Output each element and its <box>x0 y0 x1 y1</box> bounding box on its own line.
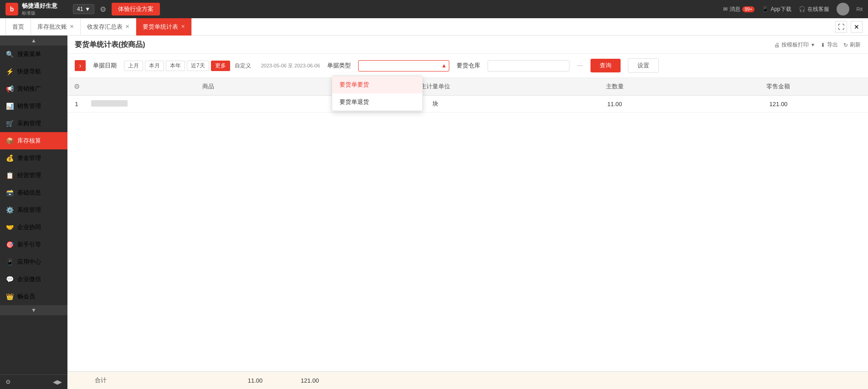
sidebar-item-inventory[interactable]: 📦 库存核算 <box>0 132 67 149</box>
tab-order-summary-close[interactable]: ✕ <box>181 24 185 30</box>
print-btn[interactable]: 🖨 按模板打印 ▼ <box>774 41 815 49</box>
query-button[interactable]: 查询 <box>591 59 621 72</box>
filter-expand-btn[interactable]: › <box>75 60 86 71</box>
online-service-label: 在线客服 <box>807 5 829 13</box>
sidebar-item-operations[interactable]: 📋 经营管理 <box>0 167 67 184</box>
sidebar-label-app-center: 应用中心 <box>17 258 41 266</box>
sidebar-icon-inventory: 📦 <box>5 137 14 145</box>
date-more-btn[interactable]: 更多 <box>211 61 230 71</box>
th-settings: ⚙ <box>67 78 86 96</box>
tab-receipts-summary-label: 收发存汇总表 <box>87 23 123 31</box>
message-badge: 99+ <box>742 6 755 12</box>
date-range-display: 2023-05-06 至 2023-06-06 <box>261 62 320 69</box>
dropdown-item-order-return[interactable]: 要货单退货 <box>332 93 422 111</box>
sidebar-item-enterprise-collab[interactable]: 🤝 企业协同 <box>0 219 67 236</box>
sidebar-label-enterprise-collab: 企业协同 <box>17 223 41 231</box>
chevron-down-icon: ▼ <box>811 42 815 47</box>
date-this-year-btn[interactable]: 本年 <box>166 61 185 71</box>
sidebar-label-purchase: 采购管理 <box>17 119 41 128</box>
sidebar-bottom: ⚙ ◀▶ <box>0 374 67 389</box>
sidebar-item-finance[interactable]: 💰 资金管理 <box>0 149 67 167</box>
sidebar-label-finance: 资金管理 <box>17 154 41 162</box>
online-service-btn[interactable]: 🎧 在线客服 <box>799 5 829 13</box>
sidebar-icon-app-center: 📱 <box>5 258 14 266</box>
sidebar-item-app-center[interactable]: 📱 应用中心 <box>0 253 67 271</box>
th-product: 商品 <box>86 78 331 96</box>
sidebar-scroll-down[interactable]: ▼ <box>0 305 67 315</box>
tab-receipts-summary-close[interactable]: ✕ <box>125 24 129 30</box>
logo-sub: 标准版 <box>22 10 57 16</box>
tab-order-summary-label: 要货单统计表 <box>143 23 178 31</box>
sidebar-label-basic-info: 基础信息 <box>17 189 41 197</box>
sidebar-icon-search: 🔍 <box>5 50 14 58</box>
product-name-blurred <box>91 100 128 107</box>
tab-receipts-summary[interactable]: 收发存汇总表 ✕ <box>81 18 136 36</box>
date-this-month-btn[interactable]: 本月 <box>145 61 164 71</box>
header-right: ✉ 消息 99+ 📱 App下载 🎧 在线客服 Rit <box>723 3 863 15</box>
sidebar-icon-marketing: 📢 <box>5 85 14 93</box>
cell-quantity: 11.00 <box>540 96 689 113</box>
table-body: 1 块 11.00 121.00 <box>67 96 868 113</box>
type-label: 单据类型 <box>327 61 351 70</box>
dropdown-item-order-request[interactable]: 要货单要货 <box>332 76 422 93</box>
sidebar-item-sales[interactable]: 📊 销售管理 <box>0 97 67 115</box>
message-btn[interactable]: ✉ 消息 99+ <box>723 5 755 13</box>
cell-index: 1 <box>67 96 86 113</box>
tab-inventory-batch-close[interactable]: ✕ <box>70 24 74 30</box>
date-last-month-btn[interactable]: 上月 <box>124 61 143 71</box>
table-settings-icon[interactable]: ⚙ <box>74 82 80 90</box>
main-layout: ▲ 🔍 搜索菜单 ⚡ 快捷导航 📢 营销推广 📊 销售管理 🛒 采购管理 📦 库… <box>0 36 868 389</box>
export-label: 导出 <box>827 41 838 49</box>
company-value: 41 <box>77 6 83 12</box>
sidebar-label-member: 畅会员 <box>17 292 35 301</box>
chevron-down-icon: ▼ <box>85 6 90 12</box>
sidebar-item-enterprise-wechat[interactable]: 💬 企业微信 <box>0 271 67 288</box>
sidebar-item-quick-nav[interactable]: ⚡ 快捷导航 <box>0 63 67 80</box>
sidebar-item-marketing[interactable]: 📢 营销推广 <box>0 80 67 97</box>
sidebar-label-system: 系统管理 <box>17 206 41 214</box>
user-avatar[interactable] <box>837 3 849 15</box>
sidebar-item-member[interactable]: 👑 畅会员 <box>0 288 67 305</box>
refresh-icon: ↻ <box>843 42 848 48</box>
tab-order-summary[interactable]: 要货单统计表 ✕ <box>136 18 192 36</box>
sidebar-item-search[interactable]: 🔍 搜索菜单 <box>0 46 67 63</box>
sidebar-scroll-up[interactable]: ▲ <box>0 36 67 46</box>
type-dropdown-arrow[interactable]: ▲ <box>441 62 447 69</box>
export-icon: ⬇ <box>821 42 825 48</box>
tab-inventory-batch[interactable]: 库存批次账 ✕ <box>31 18 81 36</box>
tab-maximize-btn[interactable]: ⛶ <box>835 21 847 33</box>
date-custom-btn[interactable]: 自定义 <box>232 61 254 71</box>
type-input[interactable] <box>358 60 449 72</box>
sidebar-label-quick-nav: 快捷导航 <box>17 67 41 76</box>
tab-close-all-btn[interactable]: ✕ <box>851 21 863 33</box>
sidebar-icon-beginner-guide: 🎯 <box>5 241 14 249</box>
company-selector[interactable]: 41 ▼ <box>73 4 94 14</box>
export-btn[interactable]: ⬇ 导出 <box>821 41 838 49</box>
cell-amount: 121.00 <box>689 96 868 113</box>
settings-icon[interactable]: ⚙ <box>5 379 11 385</box>
gear-icon[interactable]: ⚙ <box>100 5 106 14</box>
logo-area: b 畅捷通好生意 标准版 <box>5 2 73 16</box>
sidebar-item-basic-info[interactable]: 🗃️ 基础信息 <box>0 184 67 201</box>
sidebar-icon-basic-info: 🗃️ <box>5 189 14 197</box>
filter-area: › 单据日期 上月 本月 本年 近7天 更多 自定义 2023-05-06 至 … <box>67 54 868 78</box>
sidebar-icon-enterprise-collab: 🤝 <box>5 223 14 231</box>
refresh-btn[interactable]: ↻ 刷新 <box>843 41 861 49</box>
tab-home[interactable]: 首页 <box>5 18 31 36</box>
collapse-icon[interactable]: ◀▶ <box>53 379 62 385</box>
top-header: b 畅捷通好生意 标准版 41 ▼ ⚙ 体验行业方案 ✉ 消息 99+ 📱 Ap… <box>0 0 868 18</box>
settings-button[interactable]: 设置 <box>628 58 659 73</box>
message-label: 消息 <box>729 5 740 13</box>
footer-quantity: 11.00 <box>228 377 282 384</box>
sidebar-item-beginner-guide[interactable]: 🎯 新手引导 <box>0 236 67 253</box>
headset-icon: 🎧 <box>799 6 806 12</box>
sidebar-item-purchase[interactable]: 🛒 采购管理 <box>0 115 67 132</box>
sidebar-item-system[interactable]: ⚙️ 系统管理 <box>0 201 67 219</box>
trial-button[interactable]: 体验行业方案 <box>112 3 160 15</box>
sidebar-icon-quick-nav: ⚡ <box>5 67 14 76</box>
date-quick-btns: 上月 本月 本年 近7天 更多 自定义 <box>124 61 254 71</box>
filter-more-icon[interactable]: ··· <box>577 61 583 70</box>
warehouse-input[interactable] <box>488 60 570 72</box>
app-download-btn[interactable]: 📱 App下载 <box>762 5 791 13</box>
date-last-7days-btn[interactable]: 近7天 <box>187 61 209 71</box>
